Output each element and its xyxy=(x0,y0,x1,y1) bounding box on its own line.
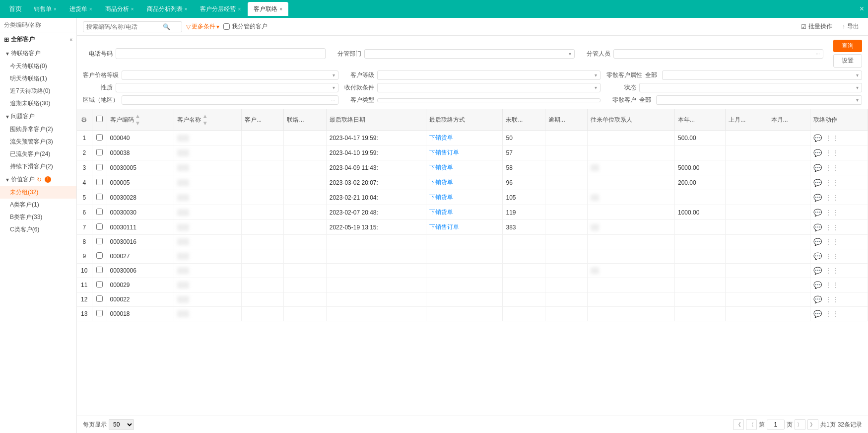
nav-tab-sales[interactable]: 销售单 × xyxy=(28,2,63,16)
row-last-method[interactable] xyxy=(426,249,503,264)
filter-nature-select[interactable]: ▾ xyxy=(116,83,338,92)
row-last-method[interactable] xyxy=(426,307,503,321)
row-last-method[interactable] xyxy=(426,235,503,249)
chat-action-icon[interactable]: 💬 xyxy=(813,134,822,142)
sidebar-item-tomorrow[interactable]: 明天待联络(1) xyxy=(0,72,76,85)
chat-action-icon[interactable]: 💬 xyxy=(813,179,822,187)
filter-region-select[interactable]: ··· xyxy=(122,95,338,105)
last-method-link[interactable]: 下销货单 xyxy=(429,194,453,201)
filter-retail-attr-select[interactable]: ▾ xyxy=(662,71,862,80)
last-method-link[interactable]: 下销货单 xyxy=(429,164,453,171)
my-customers-checkbox[interactable] xyxy=(223,23,230,30)
grid-action-icon[interactable]: ⋮⋮ xyxy=(825,310,839,318)
chat-action-icon[interactable]: 💬 xyxy=(813,310,822,318)
row-check[interactable] xyxy=(92,160,107,175)
grid-action-icon[interactable]: ⋮⋮ xyxy=(825,149,839,157)
row-check[interactable] xyxy=(92,145,107,160)
row-check[interactable] xyxy=(92,220,107,235)
row-last-method[interactable]: 下销货单 xyxy=(426,160,503,175)
chat-action-icon[interactable]: 💬 xyxy=(813,238,822,246)
chat-action-icon[interactable]: 💬 xyxy=(813,223,822,231)
row-last-method[interactable]: 下销货单 xyxy=(426,175,503,190)
batch-ops-button[interactable]: ☑ 批量操作 xyxy=(798,21,835,32)
sidebar-collapse-icon[interactable]: « xyxy=(69,37,72,42)
last-method-link[interactable]: 下销货单 xyxy=(429,209,453,216)
row-checkbox[interactable] xyxy=(96,134,103,141)
nav-tab-analysis-list[interactable]: 商品分析列表 × xyxy=(141,2,194,16)
nav-tab-sales-close[interactable]: × xyxy=(54,6,57,12)
nav-close-all[interactable]: × xyxy=(860,4,864,13)
sidebar-value-group[interactable]: ▾ 价值客户 ↻ ! xyxy=(0,173,76,186)
sidebar-item-ungroup[interactable]: 未分组(32) xyxy=(0,186,76,199)
last-method-link[interactable]: 下销货单 xyxy=(429,179,453,186)
row-check[interactable] xyxy=(92,264,107,278)
filter-customer-level-select[interactable]: ▾ xyxy=(377,71,600,80)
filter-status-select[interactable]: ▾ xyxy=(639,83,862,92)
chat-action-icon[interactable]: 💬 xyxy=(813,149,822,157)
filter-dept-select[interactable]: ▾ xyxy=(364,49,574,59)
select-all-checkbox[interactable] xyxy=(96,116,103,122)
filter-customer-type-select[interactable] xyxy=(377,98,600,102)
next-page-btn[interactable]: 〉 xyxy=(795,419,805,430)
grid-action-icon[interactable]: ⋮⋮ xyxy=(825,134,839,142)
query-button[interactable]: 查询 xyxy=(833,40,862,52)
reset-button[interactable]: 设置 xyxy=(833,54,862,68)
sidebar-item-overdue[interactable]: 逾期未联络(30) xyxy=(0,97,76,110)
filter-search-icon[interactable]: 🔍 xyxy=(163,23,170,30)
row-check[interactable] xyxy=(92,307,107,321)
grid-action-icon[interactable]: ⋮⋮ xyxy=(825,194,839,202)
sidebar-item-churn-warning[interactable]: 流失预警客户(3) xyxy=(0,136,76,148)
row-checkbox[interactable] xyxy=(96,281,103,288)
row-last-method[interactable] xyxy=(426,292,503,307)
grid-action-icon[interactable]: ⋮⋮ xyxy=(825,179,839,187)
sidebar-item-today[interactable]: 今天待联络(0) xyxy=(0,60,76,72)
row-check[interactable] xyxy=(92,249,107,264)
filter-staff-select[interactable]: ··· xyxy=(613,49,823,59)
row-last-method[interactable] xyxy=(426,278,503,292)
grid-action-icon[interactable]: ⋮⋮ xyxy=(825,281,839,289)
last-method-link[interactable]: 下销售订单 xyxy=(429,149,459,156)
row-checkbox[interactable] xyxy=(96,223,103,230)
per-page-select[interactable]: 50 100 200 xyxy=(109,419,134,430)
sidebar-item-declining[interactable]: 持续下滑客户(2) xyxy=(0,160,76,173)
prev-page-btn[interactable]: 〈 xyxy=(746,419,757,430)
filter-price-level-select[interactable]: ▾ xyxy=(122,71,338,80)
grid-action-icon[interactable]: ⋮⋮ xyxy=(825,209,839,216)
settings-icon[interactable]: ⚙ xyxy=(81,116,87,124)
row-last-method[interactable]: 下销货单 xyxy=(426,190,503,205)
grid-action-icon[interactable]: ⋮⋮ xyxy=(825,252,839,260)
row-checkbox[interactable] xyxy=(96,310,103,316)
grid-action-icon[interactable]: ⋮⋮ xyxy=(825,295,839,303)
sidebar-item-hoard-abnormal[interactable]: 囤购异常客户(2) xyxy=(0,123,76,136)
grid-action-icon[interactable]: ⋮⋮ xyxy=(825,267,839,275)
th-settings[interactable]: ⚙ xyxy=(77,109,92,131)
chat-action-icon[interactable]: 💬 xyxy=(813,295,822,303)
grid-action-icon[interactable]: ⋮⋮ xyxy=(825,164,839,172)
nav-tab-analysis-list-close[interactable]: × xyxy=(185,6,188,12)
filter-payment-select[interactable]: ▾ xyxy=(377,83,600,92)
page-input[interactable] xyxy=(767,420,785,430)
sidebar-item-churned[interactable]: 已流失客户(24) xyxy=(0,148,76,160)
chat-action-icon[interactable]: 💬 xyxy=(813,194,822,202)
row-checkbox[interactable] xyxy=(96,267,103,273)
nav-home[interactable]: 首页 xyxy=(4,4,27,13)
row-last-method[interactable] xyxy=(426,264,503,278)
chat-action-icon[interactable]: 💬 xyxy=(813,267,822,275)
last-method-link[interactable]: 下销货单 xyxy=(429,134,453,141)
row-check[interactable] xyxy=(92,235,107,249)
row-check[interactable] xyxy=(92,278,107,292)
chat-action-icon[interactable]: 💬 xyxy=(813,281,822,289)
sidebar-problem-group[interactable]: ▾ 问题客户 xyxy=(0,110,76,123)
sidebar-item-class-a[interactable]: A类客户(1) xyxy=(0,199,76,211)
chat-action-icon[interactable]: 💬 xyxy=(813,164,822,172)
sidebar-value-refresh[interactable]: ↻ xyxy=(37,176,42,183)
th-name-sort[interactable]: ▲▼ xyxy=(202,113,208,127)
nav-tab-customer-contact-close[interactable]: × xyxy=(279,6,282,12)
sidebar-all-customers[interactable]: ⊞ 全部客户 « xyxy=(0,32,76,47)
nav-tab-analysis[interactable]: 商品分析 × xyxy=(99,2,140,16)
row-checkbox[interactable] xyxy=(96,164,103,170)
th-code-sort[interactable]: ▲▼ xyxy=(135,113,141,127)
sidebar-pending-group[interactable]: ▾ 待联络客户 xyxy=(0,47,76,60)
nav-tab-purchase[interactable]: 进货单 × xyxy=(64,2,98,16)
row-last-method[interactable]: 下销售订单 xyxy=(426,220,503,235)
